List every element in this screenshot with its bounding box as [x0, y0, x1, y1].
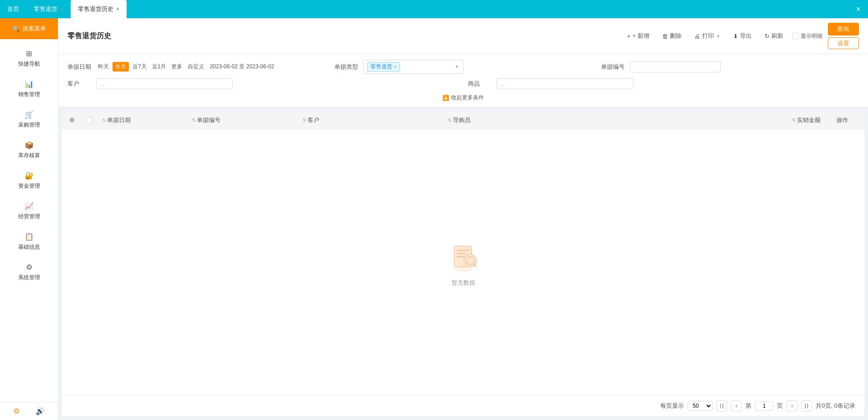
tab-retail-return[interactable]: 零售退货 × — [26, 0, 71, 18]
export-button-label: 导出 — [740, 32, 752, 40]
filter-date-range: 2023-06-02 至 2023-06-02 — [210, 63, 274, 71]
pagination: 每页显示 50 10 20 100 ⟨⟨ ‹ 第 页 › ⟩⟩ 共0页, 0条记… — [62, 394, 864, 416]
sidebar-item-inventory[interactable]: 📦 库存核算 — [0, 134, 58, 165]
svg-rect-3 — [457, 253, 466, 254]
refresh-button[interactable]: ↻ 刷新 — [761, 30, 787, 42]
th-settings[interactable]: ⚙ — [66, 117, 82, 123]
base-info-icon: 📋 — [24, 231, 34, 241]
export-icon: ⬇ — [733, 33, 738, 40]
th-checkbox[interactable] — [82, 117, 98, 123]
sidebar-item-system-label: 系统管理 — [18, 274, 40, 282]
sidebar-item-base-info-label: 基础信息 — [18, 243, 40, 251]
th-amount-sort-icon[interactable]: ⇅ — [792, 118, 796, 123]
sidebar-item-base-info[interactable]: 📋 基础信息 — [0, 226, 58, 256]
filter-row-2: 客户 ... 商品 ... — [67, 78, 859, 89]
sidebar-item-purchase-mgmt[interactable]: 🛒 采购管理 — [0, 104, 58, 134]
pagination-per-page-label: 每页显示 — [660, 402, 684, 410]
date-btn-custom[interactable]: 自定义 — [186, 62, 206, 72]
pagination-page-label: 第 — [745, 402, 751, 410]
doctype-select-dropdown-icon: ▼ — [455, 64, 459, 69]
th-date: ⇅ 单据日期 — [98, 116, 188, 124]
export-button[interactable]: ⬇ 导出 — [729, 30, 755, 42]
tab-retail-return-history[interactable]: 零售退货历史 × — [71, 0, 127, 18]
settings-button[interactable]: 设置 — [828, 37, 859, 49]
new-button[interactable]: + + 新增 — [623, 30, 653, 42]
page-header: 零售退货历史 + + 新增 🗑 删除 🖨 打印 ▼ ⬇ 导出 — [58, 18, 868, 54]
sidebar-nav: ⊞ 快捷导航 📊 销售管理 🛒 采购管理 📦 库存核算 🔐 资金管理 📈 — [0, 39, 58, 402]
pagination-first-button[interactable]: ⟨⟨ — [716, 400, 727, 411]
filter-doctype-select[interactable]: 零售退货 × ▼ — [363, 60, 463, 74]
sidebar-item-system[interactable]: ⚙ 系统管理 — [0, 256, 58, 287]
pagination-total-label: 共0页, 0条记录 — [816, 402, 855, 410]
pagination-last-button[interactable]: ⟩⟩ — [801, 400, 812, 411]
empty-state-icon — [445, 237, 482, 273]
filter-goods-select[interactable]: ... — [497, 78, 633, 89]
pagination-prev-button[interactable]: ‹ — [731, 400, 742, 411]
filter-area: 单据日期 昨天 今天 近7天 近1月 更多 自定义 2023-06-02 至 2… — [58, 54, 868, 108]
doctype-tag: 零售退货 × — [367, 62, 400, 72]
th-num-sort-icon[interactable]: ⇅ — [192, 118, 195, 123]
query-button[interactable]: 查询 — [828, 23, 859, 36]
collapse-button[interactable]: 🔼 收起更多条件 — [442, 94, 484, 102]
date-btn-7days[interactable]: 近7天 — [131, 62, 149, 72]
th-date-sort-icon[interactable]: ⇅ — [102, 118, 106, 123]
sidebar-search[interactable]: 🔍 搜索菜单 — [0, 18, 58, 39]
print-button-label: 打印 — [702, 32, 714, 40]
th-customer-sort-icon[interactable]: ⇅ — [303, 118, 306, 123]
sidebar-item-sales-label: 销售管理 — [18, 91, 40, 98]
filter-customer-placeholder: ... — [100, 81, 105, 87]
sidebar-audio-icon[interactable]: 🔊 — [36, 407, 45, 415]
tab-retail-return-label: 零售退货 — [34, 5, 57, 13]
content-area: 零售退货历史 + + 新增 🗑 删除 🖨 打印 ▼ ⬇ 导出 — [58, 18, 868, 420]
sidebar-item-sales-mgmt[interactable]: 📊 销售管理 — [0, 73, 58, 104]
show-detail-toggle[interactable]: 显示明细 — [792, 32, 822, 40]
empty-text: 暂无数据 — [452, 279, 475, 287]
finance-icon: 🔐 — [24, 170, 34, 180]
sidebar-item-operations-label: 经营管理 — [18, 213, 40, 220]
show-detail-checkbox[interactable] — [792, 33, 799, 39]
filter-date-group: 昨天 今天 近7天 近1月 更多 自定义 — [96, 62, 206, 72]
table-select-all-checkbox[interactable] — [86, 117, 92, 123]
doctype-tag-value: 零售退货 — [370, 63, 392, 71]
sidebar-settings-icon[interactable]: ⚙ — [13, 407, 20, 415]
table-settings-icon[interactable]: ⚙ — [69, 117, 75, 123]
table-header: ⚙ ⇅ 单据日期 ⇅ 单据编号 ⇅ 客户 ⇅ — [62, 111, 864, 129]
tab-retail-return-close[interactable]: × — [60, 6, 63, 12]
sidebar: 🔍 搜索菜单 ⊞ 快捷导航 📊 销售管理 🛒 采购管理 📦 库存核算 🔐 — [0, 18, 58, 420]
settings-button-label: 设置 — [837, 39, 849, 47]
filter-docnum-item: 单据编号 — [601, 61, 859, 72]
date-btn-yesterday[interactable]: 昨天 — [96, 62, 111, 72]
tab-home-label: 首页 — [7, 5, 19, 13]
date-btn-today[interactable]: 今天 — [113, 62, 129, 72]
delete-icon: 🗑 — [662, 33, 668, 40]
show-detail-label: 显示明细 — [801, 32, 822, 40]
tab-retail-return-history-close[interactable]: × — [116, 6, 119, 12]
pagination-next-button[interactable]: › — [786, 400, 797, 411]
date-btn-more[interactable]: 更多 — [169, 62, 184, 72]
th-date-label: 单据日期 — [107, 116, 131, 124]
table-body: 暂无数据 — [62, 129, 864, 394]
window-close-button[interactable]: × — [856, 5, 861, 14]
search-icon: 🔍 — [12, 26, 20, 32]
inventory-icon: 📦 — [24, 140, 34, 150]
tab-home[interactable]: 首页 — [0, 0, 26, 18]
filter-customer-select[interactable]: ... — [96, 78, 233, 89]
filter-goods-label: 商品 — [468, 80, 493, 88]
doctype-tag-close[interactable]: × — [394, 64, 397, 69]
sidebar-item-finance[interactable]: 🔐 资金管理 — [0, 165, 58, 195]
refresh-icon: ↻ — [765, 33, 770, 40]
pagination-page-input[interactable] — [755, 401, 773, 410]
delete-button-label: 删除 — [670, 32, 682, 40]
filter-docnum-input[interactable] — [630, 61, 721, 72]
date-btn-1month[interactable]: 近1月 — [150, 62, 168, 72]
pagination-page-size-select[interactable]: 50 10 20 100 — [688, 401, 713, 411]
new-icon: + — [627, 33, 631, 40]
sidebar-item-operations[interactable]: 📈 经营管理 — [0, 195, 58, 226]
th-guide-sort-icon[interactable]: ⇅ — [448, 118, 452, 123]
print-button[interactable]: 🖨 打印 ▼ — [691, 30, 724, 42]
delete-button[interactable]: 🗑 删除 — [658, 30, 685, 42]
top-bar: 首页 零售退货 × 零售退货历史 × × — [0, 0, 868, 18]
sidebar-item-quick-nav[interactable]: ⊞ 快捷导航 — [0, 43, 58, 73]
filter-row-1: 单据日期 昨天 今天 近7天 近1月 更多 自定义 2023-06-02 至 2… — [67, 60, 859, 74]
sales-icon: 📊 — [24, 79, 34, 89]
